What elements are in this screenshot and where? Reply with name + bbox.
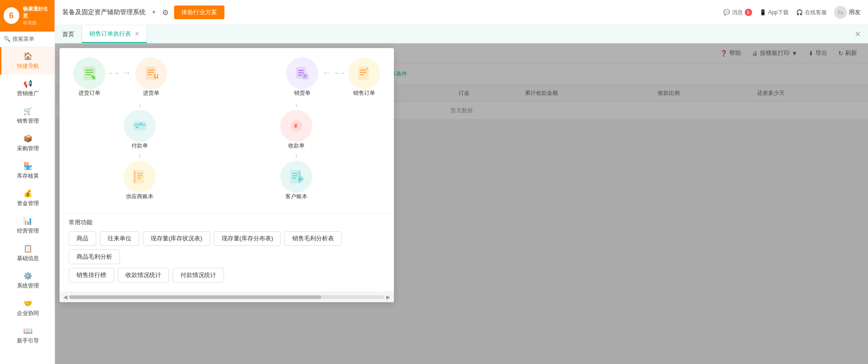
workflow-row2: ¥ 付款单 ¥ 收款单 [73, 110, 380, 150]
search-icon: 🔍 [4, 36, 11, 42]
scrollbar-track[interactable] [69, 295, 384, 299]
func-btn-collection-stats[interactable]: 收款情况统计 [118, 268, 169, 283]
scroll-left-arrow[interactable]: ◀ [63, 294, 67, 300]
sidebar: 6 畅康通好生意 标准版 🔍 搜索菜单 🏠 快捷导航 📢 营销推广 🛒 销售管理… [0, 0, 55, 364]
customer-ledger-circle [280, 161, 312, 193]
headset-icon: 🎧 [796, 9, 803, 16]
purchase-order-circle [73, 57, 105, 89]
chart-icon: 📊 [23, 217, 33, 225]
sales-order-circle [348, 57, 380, 89]
trial-btn[interactable]: 体验行业方案 [174, 5, 224, 19]
sidebar-item-enterprise-coop[interactable]: 🤝 企业协同 [0, 294, 55, 322]
svg-rect-5 [146, 67, 156, 80]
sales-order-node[interactable]: 销售订单 [348, 57, 380, 97]
topbar: 装备及固定资产辅助管理系统 ▼ ⚙ 体验行业方案 💬 消息 6 📱 App下载 … [55, 0, 868, 25]
supplier-ledger-node[interactable]: 供应商账本 [124, 161, 156, 201]
sales-receipt-circle [286, 57, 318, 89]
sidebar-item-basic-info[interactable]: 📋 基础信息 [0, 239, 55, 267]
download-icon: 📱 [759, 9, 766, 16]
workflow-arrows-row: ↓ ↓ [73, 101, 380, 108]
collection-order-label: 收款单 [288, 142, 305, 150]
common-func-title: 常用功能 [69, 218, 385, 227]
func-btn-sales-rank[interactable]: 销售排行榜 [69, 268, 114, 283]
arrow-pay-down: ↓ [124, 152, 156, 159]
sales-order-label: 销售订单 [353, 89, 375, 97]
purchase-order-node[interactable]: 进货订单 [73, 57, 105, 97]
tab-home[interactable]: 首页 [55, 25, 82, 43]
sidebar-item-finance[interactable]: 💰 资金管理 [0, 185, 55, 212]
box-icon: 📦 [23, 134, 33, 143]
sales-receipt-node[interactable]: 销货单 [286, 57, 318, 97]
func-btn-stock-status[interactable]: 现存量(库存状况表) [143, 231, 210, 246]
modal-overlay: 进货订单 - - → [55, 43, 868, 364]
payment-order-label: 付款单 [131, 142, 148, 150]
customer-ledger-node[interactable]: 客户账本 [280, 161, 312, 201]
common-func-btns-row2: 销售排行榜 收款情况统计 付款情况统计 [69, 268, 385, 283]
settings-gear-icon[interactable]: ⚙ [162, 8, 169, 17]
svg-rect-22 [136, 127, 138, 128]
collection-order-node[interactable]: ¥ 收款单 [280, 110, 312, 150]
arrow-po-to-pr: - - → [105, 67, 135, 88]
sidebar-item-purchase-mgmt[interactable]: 📦 采购管理 [0, 130, 55, 157]
cart-icon: 🛒 [23, 107, 33, 115]
customer-ledger-icon [289, 169, 304, 185]
common-func-btns: 商品 往来单位 现存量(库存状况表) 现存量(库存分布表) 销售毛利分析表 商品… [69, 231, 385, 264]
sales-receipt-icon [295, 65, 310, 81]
func-btn-product[interactable]: 商品 [69, 231, 96, 246]
arrow-sr-down: ↓ [280, 101, 312, 108]
svg-text:¥: ¥ [139, 121, 142, 125]
online-service-btn[interactable]: 🎧 在线客服 [796, 9, 827, 16]
scroll-right-arrow[interactable]: ▶ [386, 294, 390, 300]
book-icon: 📖 [23, 326, 33, 335]
func-btn-stock-dist[interactable]: 现存量(库存分布表) [214, 231, 281, 246]
tab-sales-order-exec[interactable]: 销售订单执行表 ✕ [82, 25, 147, 43]
supplier-ledger-icon [132, 169, 147, 185]
message-icon: 💬 [723, 9, 730, 16]
sidebar-item-sales-mgmt[interactable]: 🛒 销售管理 [0, 102, 55, 130]
func-btn-payment-stats[interactable]: 付款情况统计 [173, 268, 224, 283]
arrow-pr-down: ↓ [124, 101, 156, 108]
system-dropdown[interactable]: ▼ [151, 9, 157, 16]
sidebar-item-operations[interactable]: 📊 经营管理 [0, 212, 55, 239]
close-all-tabs-icon[interactable]: ✕ [855, 30, 861, 38]
system-title: 装备及固定资产辅助管理系统 [62, 8, 146, 16]
clipboard-icon: 📋 [23, 244, 33, 253]
purchase-order-label: 进货订单 [78, 89, 100, 97]
purchase-receipt-node[interactable]: 进货单 [135, 57, 167, 97]
tab-close-icon[interactable]: ✕ [135, 31, 139, 37]
func-btn-sales-margin[interactable]: 销售毛利分析表 [284, 231, 342, 246]
tabbar: 首页 销售订单执行表 ✕ ✕ [55, 25, 868, 43]
func-btn-product-margin[interactable]: 商品毛利分析 [69, 250, 120, 264]
topbar-right: 💬 消息 6 📱 App下载 🎧 在线客服 Ea 用友 [723, 6, 861, 19]
arrow-so-to-sr: ← - - [318, 67, 348, 88]
logo-icon: 6 [4, 7, 19, 24]
logo-text: 畅康通好生意 标准版 [23, 5, 51, 26]
sidebar-item-inventory[interactable]: 🏪 库存核算 [0, 157, 55, 185]
payment-order-node[interactable]: ¥ 付款单 [124, 110, 156, 150]
purchase-order-icon [82, 65, 97, 81]
user-menu[interactable]: Ea 用友 [834, 6, 861, 19]
modal-scrollbar: ◀ ▶ [60, 292, 394, 302]
sidebar-item-newbie[interactable]: 📖 新手引导 [0, 322, 55, 349]
sidebar-item-quick-nav[interactable]: 🏠 快捷导航 [0, 47, 55, 75]
svg-point-4 [92, 76, 96, 80]
sidebar-item-marketing[interactable]: 📢 营销推广 [0, 75, 55, 102]
common-func-section: 常用功能 商品 往来单位 现存量(库存状况表) 现存量(库存分布表) 销售毛利分… [60, 213, 394, 292]
svg-rect-13 [303, 74, 308, 79]
user-name: 用友 [849, 8, 861, 16]
search-menu[interactable]: 🔍 搜索菜单 [0, 32, 55, 47]
collection-order-circle: ¥ [280, 110, 312, 142]
sidebar-nav: 🏠 快捷导航 📢 营销推广 🛒 销售管理 📦 采购管理 🏪 库存核算 💰 资金管… [0, 47, 55, 364]
collection-order-icon: ¥ [289, 118, 304, 134]
message-btn[interactable]: 💬 消息 6 [723, 9, 752, 16]
workflow-section: 进货订单 - - → [60, 48, 394, 213]
settings-icon: ⚙️ [23, 272, 33, 280]
money-icon: 💰 [23, 189, 33, 198]
app-download-btn[interactable]: 📱 App下载 [759, 9, 789, 16]
scrollbar-thumb [69, 295, 321, 299]
sidebar-item-system-mgmt[interactable]: ⚙️ 系统管理 [0, 267, 55, 294]
handshake-icon: 🤝 [23, 299, 33, 308]
func-btn-counterpart[interactable]: 往来单位 [100, 231, 139, 246]
customer-ledger-label: 客户账本 [285, 193, 307, 201]
workflow-row1: 进货订单 - - → [73, 57, 380, 97]
